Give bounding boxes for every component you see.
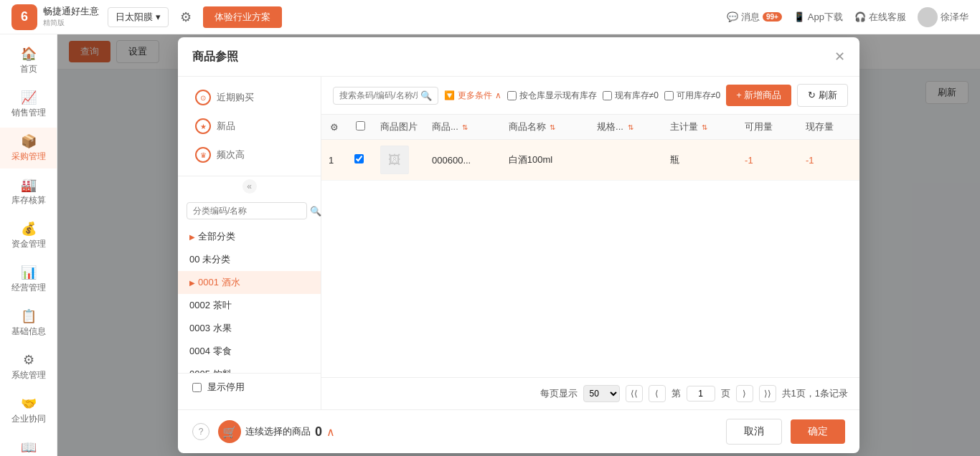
table-row[interactable]: 1 🖼	[321, 140, 859, 181]
filter-label: 更多条件	[458, 90, 492, 102]
sidebar-label-system: 系统管理	[11, 369, 46, 381]
search-icon[interactable]: 🔍	[310, 206, 321, 217]
quick-new[interactable]: ★ 新品	[187, 114, 312, 138]
product-search-input[interactable]	[339, 90, 418, 100]
page-input[interactable]	[687, 386, 715, 402]
sidebar-item-system[interactable]: ⚙ 系统管理	[0, 346, 57, 387]
cell-img: 🖼	[373, 140, 425, 181]
logo: 6 畅捷通好生意 精简版	[11, 4, 99, 30]
cart-icon[interactable]: 🛒	[218, 420, 241, 443]
category-all[interactable]: ▶ 全部分类	[178, 225, 321, 248]
category-all-label: 全部分类	[198, 230, 235, 243]
logo-text: 畅捷通好生意	[43, 6, 99, 18]
available-stock-label[interactable]: 可用库存≠0	[664, 90, 720, 102]
th-spec[interactable]: 规格... ⇅	[590, 115, 662, 140]
app-download-item[interactable]: 📱 App下载	[793, 11, 843, 24]
sidebar-item-sales[interactable]: 📈 销售管理	[0, 84, 57, 125]
category-0003[interactable]: 0003 水果	[178, 317, 321, 340]
main-layout: 🏠 首页 📈 销售管理 📦 采购管理 🏭 库存核算 💰 资金管理 📊 经营管理 …	[0, 34, 980, 456]
category-0004[interactable]: 0004 零食	[178, 340, 321, 363]
next-page-btn[interactable]: ⟩	[736, 385, 753, 402]
show-disabled-text: 显示停用	[207, 381, 245, 394]
show-disabled-checkbox[interactable]	[192, 383, 202, 392]
category-0005[interactable]: 0005 饮料	[178, 363, 321, 373]
th-img: 商品图片	[373, 115, 425, 140]
cell-available: -1	[738, 140, 798, 181]
category-list: ▶ 全部分类 00 未分类 ▶ 0001 酒水 0002 茶	[178, 225, 321, 373]
search-submit-icon[interactable]: 🔍	[420, 90, 432, 101]
category-0003-label: 0003 水果	[189, 322, 232, 335]
confirm-btn[interactable]: 确定	[791, 419, 845, 444]
show-disabled-label[interactable]: 显示停用	[192, 381, 245, 394]
divider1	[178, 176, 321, 176]
cancel-btn[interactable]: 取消	[726, 419, 782, 445]
first-page-btn[interactable]: ⟨⟨	[626, 385, 643, 402]
th-code[interactable]: 商品... ⇅	[425, 115, 501, 140]
company-selector[interactable]: 日太阳膜 ▾	[108, 7, 169, 27]
category-00[interactable]: 00 未分类	[178, 248, 321, 271]
th-unit[interactable]: 主计量 ⇅	[663, 115, 738, 140]
chevron-down-icon: ▾	[156, 11, 161, 22]
th-available[interactable]: 可用量	[738, 115, 798, 140]
sidebar-item-basic[interactable]: 📋 基础信息	[0, 303, 57, 343]
service-item[interactable]: 🎧 在线客服	[854, 11, 906, 24]
cart-collapse-icon[interactable]: ∧	[326, 425, 335, 439]
message-badge: 99+	[763, 12, 782, 22]
modal-close-btn[interactable]: ✕	[834, 49, 845, 65]
gear-icon[interactable]: ⚙	[174, 6, 197, 29]
select-all-checkbox[interactable]	[356, 121, 365, 130]
home-icon: 🏠	[21, 46, 37, 62]
modal-body: ⊙ 近期购买 ★ 新品 ♛ 频次高	[178, 77, 859, 409]
cell-index: 1	[321, 140, 347, 181]
sidebar-item-enterprise[interactable]: 🤝 企业协同	[0, 390, 57, 431]
sidebar-item-home[interactable]: 🏠 首页	[0, 40, 57, 81]
modal: 商品参照 ✕ ⊙ 近期购买 ★ 新品	[178, 37, 859, 453]
new-icon: ★	[195, 118, 211, 134]
last-page-btn[interactable]: ⟩⟩	[759, 385, 776, 402]
category-0001[interactable]: ▶ 0001 酒水	[178, 271, 321, 294]
th-name[interactable]: 商品名称 ⇅	[501, 115, 590, 140]
available-stock-text: 可用库存≠0	[677, 90, 720, 102]
pagination: 每页显示 50 100 200 ⟨⟨ ⟨ 第 页 ⟩	[321, 377, 859, 409]
available-stock-checkbox[interactable]	[664, 91, 674, 100]
collapse-panel-btn[interactable]: «	[242, 179, 257, 194]
sidebar-item-purchase[interactable]: 📦 采购管理	[0, 128, 57, 168]
help-icon[interactable]: ?	[192, 423, 209, 440]
modal-left-panel: ⊙ 近期购买 ★ 新品 ♛ 频次高	[178, 77, 321, 409]
sidebar-item-business[interactable]: 📊 经营管理	[0, 259, 57, 300]
refresh-label: 刷新	[819, 90, 837, 100]
business-icon: 📊	[21, 265, 37, 280]
modal-header: 商品参照 ✕	[178, 37, 859, 77]
quick-recent[interactable]: ⊙ 近期购买	[187, 85, 312, 110]
user-item[interactable]: 徐泽华	[918, 7, 969, 27]
category-00-label: 00 未分类	[189, 253, 230, 266]
message-label: 消息	[741, 11, 760, 24]
th-stock[interactable]: 现存量	[798, 115, 859, 140]
th-settings[interactable]: ⚙	[321, 115, 347, 140]
add-product-btn[interactable]: + 新增商品	[726, 85, 791, 106]
filter-btn[interactable]: 🔽 更多条件 ∧	[444, 90, 501, 102]
cart-count: 0	[315, 424, 322, 440]
row-checkbox[interactable]	[354, 154, 364, 163]
current-stock-label[interactable]: 现有库存≠0	[603, 90, 659, 102]
message-item[interactable]: 💬 消息 99+	[727, 11, 782, 24]
refresh-product-btn[interactable]: ↻ 刷新	[797, 84, 848, 107]
category-0002[interactable]: 0002 茶叶	[178, 294, 321, 317]
cell-stock: -1	[798, 140, 859, 181]
sidebar-item-finance[interactable]: 💰 资金管理	[0, 215, 57, 256]
warehouse-stock-checkbox[interactable]	[507, 91, 517, 100]
current-stock-checkbox[interactable]	[603, 91, 612, 100]
prev-page-btn[interactable]: ⟨	[649, 385, 666, 402]
sidebar-item-guide[interactable]: 📖 新手引导	[0, 434, 57, 456]
category-search-input[interactable]	[187, 202, 307, 219]
modal-right-panel: 🔍 🔽 更多条件 ∧ 按仓库显示现有库存	[321, 77, 859, 409]
per-page-select[interactable]: 50 100 200	[583, 385, 620, 402]
sidebar-item-inventory[interactable]: 🏭 库存核算	[0, 171, 57, 212]
trial-btn[interactable]: 体验行业方案	[203, 6, 282, 28]
category-0002-label: 0002 茶叶	[189, 299, 232, 312]
quick-frequent[interactable]: ♛ 频次高	[187, 143, 312, 167]
cell-spec	[590, 140, 662, 181]
cell-checkbox[interactable]	[347, 140, 373, 181]
th-checkbox	[347, 115, 373, 140]
warehouse-stock-label[interactable]: 按仓库显示现有库存	[507, 90, 597, 102]
